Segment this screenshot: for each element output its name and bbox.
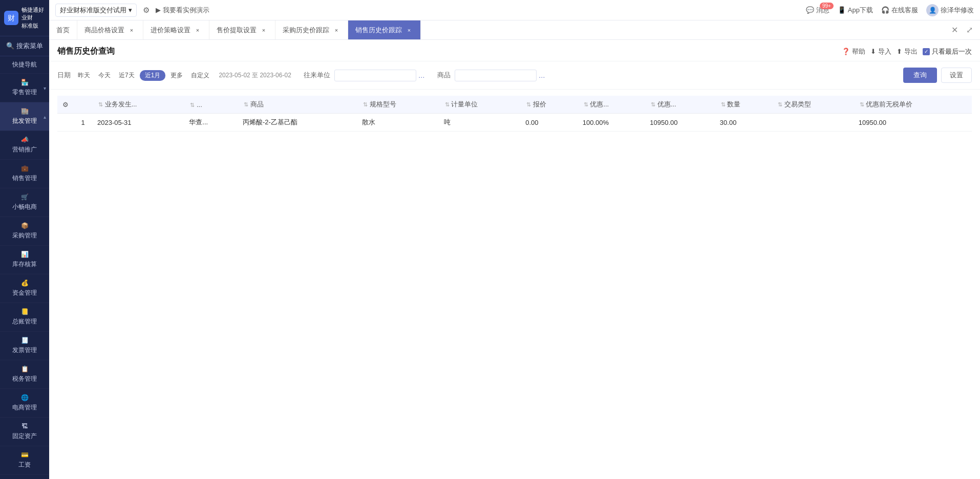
service-button[interactable]: 🎧 在线客服 [881, 6, 918, 15]
date-opt-custom[interactable]: 自定义 [188, 70, 212, 81]
sort-icon-8: ⇅ [651, 101, 655, 107]
sidebar: 财 畅捷通好业财标准版 🔍 搜索菜单 快捷导航 🏪 零售管理 ▾ 🏬 批发管理 … [0, 0, 49, 479]
th-pretax-price-label: 优惠前无税单价 [866, 100, 912, 108]
product-select-label: 好业财标准版交付试用 [60, 6, 126, 15]
sidebar-item-ecom-label: 电商管理 [12, 403, 37, 412]
sidebar-item-wholesale-label: 批发管理 [12, 117, 37, 125]
date-opt-today[interactable]: 今天 [95, 70, 114, 81]
th-price[interactable]: ⇅ 报价 [520, 96, 578, 114]
sidebar-item-salary[interactable]: 💳 工资 [0, 446, 49, 475]
sort-icon: ⇅ [98, 101, 103, 107]
import-icon: ⬇ [870, 48, 876, 55]
th-discount-val[interactable]: ⇅ 优惠... [645, 96, 715, 114]
sidebar-item-inventory[interactable]: 📊 库存核算 [0, 246, 49, 274]
sort-icon-6: ⇅ [526, 101, 531, 107]
settings-button[interactable]: 设置 [941, 68, 972, 83]
th-gear[interactable]: ⚙ [57, 96, 74, 114]
import-button[interactable]: ⬇ 导入 [870, 47, 891, 56]
product-select[interactable]: 好业财标准版交付试用 ▾ [55, 4, 137, 17]
sidebar-item-retail[interactable]: 🏪 零售管理 ▾ [0, 74, 49, 102]
sort-icon-9: ⇅ [721, 101, 726, 107]
th-price-label: 报价 [533, 100, 546, 108]
th-biz-date[interactable]: ⇅ 业务发生... [92, 96, 184, 114]
product-input[interactable] [455, 70, 537, 81]
product-label: 商品 [437, 71, 451, 80]
date-opt-last1m[interactable]: 近1月 [140, 70, 166, 81]
sidebar-item-salary-label: 工资 [18, 461, 31, 469]
th-trans-type-label: 交易类型 [784, 100, 811, 108]
row-qty-cell: 30.00 [715, 114, 772, 132]
th-trans-type[interactable]: ⇅ 交易类型 [772, 96, 853, 114]
tab-sales-hist[interactable]: 销售历史价跟踪 × [348, 20, 421, 40]
tab-strategy[interactable]: 进价策略设置 × [143, 20, 209, 40]
sidebar-item-ledger-label: 总账管理 [12, 317, 37, 326]
salary-icon: 💳 [21, 451, 29, 459]
filter-right-actions: 查询 设置 [903, 68, 972, 83]
tab-extract-close[interactable]: × [260, 26, 268, 34]
sidebar-item-quicknav[interactable]: 快捷导航 [0, 56, 49, 74]
tab-sales-hist-close[interactable]: × [405, 26, 413, 34]
product-more-btn[interactable]: … [539, 72, 545, 79]
app-download-button[interactable]: 📱 App下载 [838, 6, 873, 15]
th-product[interactable]: ⇅ 商品 [238, 96, 357, 114]
sidebar-search-menu[interactable]: 🔍 搜索菜单 [0, 36, 49, 56]
th-unit[interactable]: ⇅ 计量单位 [439, 96, 520, 114]
sidebar-item-sales[interactable]: 💼 销售管理 [0, 160, 49, 188]
tab-price-close[interactable]: × [127, 26, 136, 34]
sidebar-item-asset[interactable]: 🏗 固定资产 [0, 418, 49, 446]
tab-strategy-close[interactable]: × [194, 26, 202, 34]
only-last-checkbox[interactable]: ✓ 只看最后一次 [923, 47, 972, 56]
help-button[interactable]: ❓ 帮助 [842, 47, 865, 56]
sidebar-item-wholesale[interactable]: 🏬 批发管理 ▴ [0, 102, 49, 131]
topbar-settings-icon[interactable]: ⚙ [143, 6, 150, 15]
sidebar-item-tax[interactable]: 📋 税务管理 [0, 360, 49, 389]
asset-icon: 🏗 [22, 423, 28, 430]
th-qty[interactable]: ⇅ 数量 [715, 96, 772, 114]
page-actions: ❓ 帮助 ⬇ 导入 ⬆ 导出 ✓ 只看最后一次 [842, 47, 972, 56]
source-unit-label: 往来单位 [304, 71, 330, 80]
page-title: 销售历史价查询 [57, 46, 115, 57]
th-pretax-price[interactable]: ⇅ 优惠前无税单价 [854, 96, 972, 114]
date-opt-more[interactable]: 更多 [167, 70, 186, 81]
sidebar-item-smart[interactable]: 🤖 智能管理 [0, 475, 49, 479]
message-badge: 99+ [820, 3, 834, 9]
source-unit-more-btn[interactable]: … [418, 72, 425, 79]
tab-home[interactable]: 首页 [49, 20, 77, 40]
product-input-group: … [455, 70, 545, 81]
page-header: 销售历史价查询 ❓ 帮助 ⬇ 导入 ⬆ 导出 ✓ [49, 40, 980, 61]
export-button[interactable]: ⬆ 导出 [897, 47, 918, 56]
tab-price[interactable]: 商品价格设置 × [77, 20, 143, 40]
row-pretax-price-cell: 10950.00 [854, 114, 972, 132]
topbar-demo[interactable]: ▶ 我要看实例演示 [156, 6, 209, 15]
date-opt-last7[interactable]: 近7天 [116, 70, 138, 81]
th-spec[interactable]: ⇅ 规格型号 [357, 96, 438, 114]
th-more[interactable]: ⇅ ... [184, 96, 238, 114]
row-price-cell: 0.00 [520, 114, 578, 132]
tab-purchase-hist[interactable]: 采购历史价跟踪 × [275, 20, 348, 40]
main-area: 好业财标准版交付试用 ▾ ⚙ ▶ 我要看实例演示 💬 消息 99+ 📱 App下… [49, 0, 980, 479]
tab-strategy-label: 进价策略设置 [151, 26, 190, 35]
sidebar-item-purchase[interactable]: 📦 采购管理 [0, 217, 49, 246]
th-discount-pct[interactable]: ⇅ 优惠... [578, 96, 645, 114]
row-num-cell: 1 [74, 114, 92, 132]
product-filter-group: 商品 … [437, 70, 545, 81]
sidebar-item-xiaochang[interactable]: 🛒 小畅电商 [0, 188, 49, 217]
sidebar-item-ecom[interactable]: 🌐 电商管理 [0, 389, 49, 418]
date-opt-yesterday[interactable]: 昨天 [75, 70, 93, 81]
query-button[interactable]: 查询 [903, 68, 937, 83]
tab-maximize-button[interactable]: ⤢ [963, 24, 976, 36]
source-unit-input[interactable] [334, 70, 416, 81]
tab-extract[interactable]: 售价提取设置 × [209, 20, 275, 40]
mobile-icon: 📱 [838, 6, 846, 14]
sidebar-item-finance[interactable]: 💰 资金管理 [0, 274, 49, 303]
message-button[interactable]: 💬 消息 99+ [806, 6, 829, 15]
tab-purchase-hist-close[interactable]: × [332, 26, 340, 34]
chevron-down-icon: ▾ [129, 6, 132, 14]
user-menu[interactable]: 👤 徐泽华修改 [926, 4, 974, 16]
tab-close-window-button[interactable]: ✕ [948, 24, 961, 36]
sidebar-item-invoice[interactable]: 🧾 发票管理 [0, 332, 49, 360]
sidebar-item-ledger[interactable]: 📒 总账管理 [0, 303, 49, 332]
sidebar-item-marketing[interactable]: 📣 营销推广 [0, 131, 49, 160]
topbar: 好业财标准版交付试用 ▾ ⚙ ▶ 我要看实例演示 💬 消息 99+ 📱 App下… [49, 0, 980, 20]
sidebar-logo: 财 畅捷通好业财标准版 [0, 0, 49, 36]
